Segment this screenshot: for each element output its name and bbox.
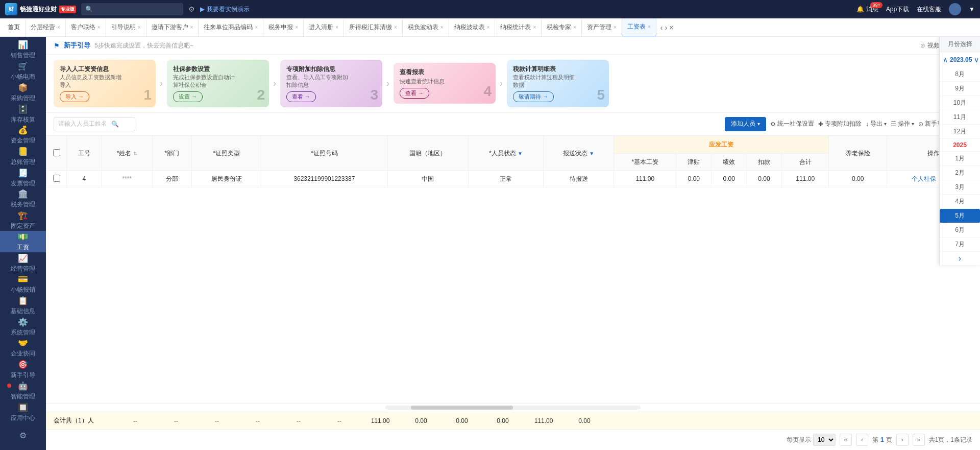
report-filter-icon[interactable]: ▼ [589, 151, 594, 156]
sidebar-item-inventory[interactable]: 🗄️ 库存核算 [0, 103, 46, 125]
tab-shuifu[interactable]: 税负波动表 × [403, 18, 449, 37]
sidebar-item-expense[interactable]: 💳 小畅报销 [0, 274, 46, 295]
tab-yaoqing[interactable]: 邀请下游客户 × [146, 18, 199, 37]
guide-video-link[interactable]: ⊙ 视频 [920, 41, 939, 50]
next-page-btn[interactable]: › [896, 434, 909, 446]
tab-close-icon[interactable]: × [440, 25, 444, 30]
tab-nashuitongji[interactable]: 纳税统计表 × [495, 18, 542, 37]
tab-close-icon[interactable]: × [190, 25, 193, 30]
tab-close-all-icon[interactable]: × [669, 23, 673, 32]
per-page-select[interactable]: 10 20 50 [813, 434, 836, 446]
tab-close-icon[interactable]: × [57, 25, 60, 30]
month-year-prev-btn[interactable]: ∧ [943, 56, 948, 64]
horizontal-scrollbar[interactable] [46, 403, 980, 412]
month-item-9[interactable]: 9月 [940, 82, 980, 96]
tab-close-icon[interactable]: × [573, 25, 576, 30]
special-deduction-btn[interactable]: ✚ 专项附加扣除 [818, 120, 862, 128]
tab-zichan[interactable]: 资产管理 × [582, 18, 622, 37]
user-avatar[interactable] [949, 3, 961, 15]
month-item-10[interactable]: 10月 [940, 96, 980, 110]
employee-search-input[interactable]: 请输入人员工姓名 🔍 [54, 117, 135, 131]
sidebar-item-appcenter[interactable]: 🔲 应用中心 [0, 401, 46, 423]
tab-close-icon[interactable]: × [487, 25, 490, 30]
tab-yindao[interactable]: 引导说明 × [106, 18, 146, 37]
tab-close-icon[interactable]: × [648, 24, 651, 30]
unified-settings-btn[interactable]: ⚙ 统一社保设置 [770, 120, 814, 128]
sidebar-item-finance[interactable]: 💰 资金管理 [0, 125, 46, 146]
step-5-btn[interactable]: 敬请期待 → [513, 91, 554, 102]
scrollbar-thumb[interactable] [411, 406, 513, 410]
panel-collapse-btn[interactable]: › [940, 252, 980, 265]
demo-link[interactable]: ▶ 我要看实例演示 [200, 5, 250, 14]
sidebar-item-operations[interactable]: 📈 经营管理 [0, 252, 46, 274]
prev-page-btn[interactable]: ‹ [856, 434, 868, 446]
sidebar-item-basics[interactable]: 📋 基础信息 [0, 295, 46, 317]
sidebar-item-sales[interactable]: 📊 销售管理 [0, 39, 46, 61]
month-item-5[interactable]: 5月 [940, 209, 980, 223]
sidebar-item-ledger[interactable]: 📒 总账管理 [0, 146, 46, 168]
tab-close-icon[interactable]: × [533, 25, 536, 30]
month-item-4[interactable]: 4月 [940, 195, 980, 209]
tab-close-icon[interactable]: × [394, 25, 397, 30]
tab-close-icon[interactable]: × [295, 25, 298, 30]
user-menu-icon[interactable]: ▼ [969, 6, 975, 13]
month-item-6[interactable]: 6月 [940, 223, 980, 238]
online-service-link[interactable]: 在线客服 [917, 5, 941, 14]
tab-shuijian[interactable]: 税检专家 × [542, 18, 582, 37]
tab-suodeshui[interactable]: 所得税汇算清缴 × [344, 18, 403, 37]
tab-kehu[interactable]: 客户联络 × [66, 18, 106, 37]
add-employee-button[interactable]: 添加人员 ▾ [725, 117, 766, 131]
status-filter-icon[interactable]: ▼ [518, 151, 523, 156]
tab-home[interactable]: 首页 [3, 18, 26, 37]
month-year-next-btn[interactable]: ∨ [974, 56, 979, 64]
tab-close-icon[interactable]: × [97, 25, 101, 30]
month-item-11[interactable]: 11月 [940, 110, 980, 125]
sidebar-item-tax[interactable]: 🏛️ 税务管理 [0, 188, 46, 210]
month-item-1[interactable]: 1月 [940, 152, 980, 166]
month-item-3[interactable]: 3月 [940, 180, 980, 195]
tab-close-icon[interactable]: × [255, 25, 258, 30]
sidebar-item-newguide[interactable]: 🎯 新手引导 [0, 359, 46, 381]
export-btn[interactable]: ↓ 导出 ▾ [866, 120, 887, 128]
sidebar-item-purchase[interactable]: 📦 采购管理 [0, 82, 46, 103]
name-sort-icon[interactable]: ⇅ [133, 151, 137, 156]
tab-nashui[interactable]: 纳税波动表 × [449, 18, 496, 37]
month-item-7[interactable]: 7月 [940, 238, 980, 252]
step-4-btn[interactable]: 查看 → [400, 88, 429, 99]
tab-shuiwu[interactable]: 税务申报 × [263, 18, 304, 37]
last-page-btn[interactable]: » [913, 434, 925, 446]
sidebar-item-settings[interactable]: ⚙ [0, 423, 46, 447]
tab-wanglai[interactable]: 往来单位商品编码 × [199, 18, 263, 37]
message-button[interactable]: 🔔 消息 99+ [856, 5, 878, 14]
sidebar-item-assets[interactable]: 🏗️ 固定资产 [0, 210, 46, 231]
sidebar-item-ecommerce[interactable]: 🛒 小畅电商 [0, 61, 46, 82]
sidebar-item-system[interactable]: ⚙️ 系统管理 [0, 316, 46, 338]
app-download-link[interactable]: App下载 [886, 5, 909, 14]
sidebar-item-invoice[interactable]: 🧾 发票管理 [0, 167, 46, 188]
settings-icon[interactable]: ⚙ [188, 5, 195, 13]
tab-close-icon[interactable]: × [138, 25, 141, 30]
tab-close-icon[interactable]: × [614, 25, 617, 30]
search-submit-icon[interactable]: 🔍 [111, 121, 119, 128]
first-page-btn[interactable]: « [840, 434, 852, 446]
sidebar-item-payroll[interactable]: 💵 工资 [0, 231, 46, 252]
tab-jinru[interactable]: 进入清册 × [304, 18, 344, 37]
select-all-checkbox[interactable] [53, 149, 60, 156]
sidebar-item-ai[interactable]: 🤖 智能管理 [0, 381, 46, 402]
tab-gongzi[interactable]: 工资表 × [622, 18, 656, 37]
step-3-btn[interactable]: 查看 → [286, 91, 316, 102]
tab-prev-icon[interactable]: ‹ [660, 23, 663, 32]
actions-btn[interactable]: ☰ 操作 ▾ [891, 120, 914, 128]
step-2-btn[interactable]: 设置 → [173, 91, 203, 102]
row-checkbox[interactable] [53, 175, 60, 182]
month-item-12[interactable]: 12月 [940, 125, 980, 139]
month-item-8[interactable]: 8月 [940, 67, 980, 82]
personal-insurance-link[interactable]: 个人社保 [912, 175, 936, 182]
tab-next-icon[interactable]: › [665, 23, 667, 32]
tab-fencceng[interactable]: 分层经营 × [26, 18, 66, 37]
month-item-2[interactable]: 2月 [940, 166, 980, 180]
top-search-bar[interactable]: 🔍 [81, 3, 183, 15]
sidebar-item-collab[interactable]: 🤝 企业协同 [0, 338, 46, 359]
step-1-btn[interactable]: 导入 → [60, 91, 89, 102]
tab-close-icon[interactable]: × [335, 25, 338, 30]
